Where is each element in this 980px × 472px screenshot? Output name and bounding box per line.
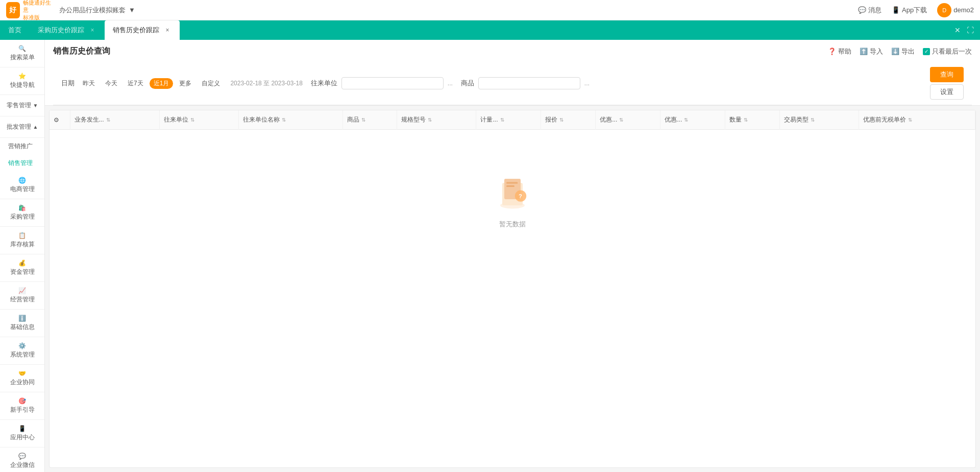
sidebar-item-enterprise-wechat[interactable]: 💬 企业微信 (0, 447, 44, 472)
sidebar-item-operation[interactable]: 📈 经营管理 (0, 282, 44, 310)
page-header: 销售历史价查询 ❓ 帮助 ⬆️ 导入 ⬇️ 导出 ✓ (45, 40, 980, 106)
counterpart-filter: 往来单位 ... (311, 77, 453, 89)
date-tab-custom[interactable]: 自定义 (198, 78, 224, 89)
star-icon: ⭐ (18, 73, 26, 80)
tab-close-purchase[interactable]: × (88, 26, 96, 34)
table-col-transaction-type[interactable]: 交易类型 ⇅ (780, 110, 859, 130)
app-icon: 📱 (18, 425, 26, 432)
sidebar-item-app-center[interactable]: 📱 应用中心 (0, 420, 44, 447)
data-table: ⚙ 业务发生... ⇅ 往来单位 ⇅ (50, 110, 975, 270)
product-dots[interactable]: ... (584, 80, 590, 87)
sidebar-item-enterprise-collab[interactable]: 🤝 企业协同 (0, 365, 44, 392)
svg-rect-4 (506, 185, 514, 187)
table-col-quoted-price[interactable]: 报价 ⇅ (541, 110, 596, 130)
checkbox-icon: ✓ (923, 48, 930, 55)
sort-icon-transaction-type: ⇅ (811, 117, 815, 123)
sidebar-sub-sales-mgmt[interactable]: 销售管理 (0, 155, 44, 172)
page-title-row: 销售历史价查询 ❓ 帮助 ⬆️ 导入 ⬇️ 导出 ✓ (53, 46, 972, 62)
close-tab-action[interactable]: ✕ (952, 24, 963, 36)
collab-icon: 🤝 (18, 370, 26, 377)
logo-text: 畅捷通好生意 标准版 (23, 0, 51, 21)
sidebar-item-ecommerce[interactable]: 🌐 电商管理 (0, 172, 44, 199)
table-col-biz-date[interactable]: 业务发生... ⇅ (70, 110, 159, 130)
export-button[interactable]: ⬇️ 导出 (891, 47, 915, 56)
empty-state: ? 暂无数据 (50, 130, 975, 270)
finance-icon: 💰 (18, 259, 26, 267)
product-input[interactable] (478, 77, 580, 89)
sort-icon-quantity: ⇅ (744, 117, 748, 123)
table-col-discount1[interactable]: 优惠... ⇅ (596, 110, 660, 130)
date-tab-yesterday[interactable]: 昨天 (79, 78, 99, 89)
sidebar-item-system[interactable]: ⚙️ 系统管理 (0, 337, 44, 365)
app-selector[interactable]: 办公用品行业模拟账套 ▼ (55, 4, 139, 17)
sidebar-item-finance[interactable]: 💰 资金管理 (0, 254, 44, 282)
settings-button[interactable]: 设置 (930, 84, 964, 100)
sidebar-item-wholesale[interactable]: 批发管理 ▲ (0, 116, 44, 138)
download-icon: 📱 (892, 6, 900, 14)
sidebar-item-search[interactable]: 🔍 搜索菜单 (0, 40, 44, 67)
tab-home[interactable]: 首页 (0, 20, 30, 40)
sidebar-item-retail[interactable]: 零售管理 ▼ (0, 95, 44, 116)
user-avatar[interactable]: D demo2 (937, 3, 974, 17)
empty-state-icon: ? (492, 171, 533, 211)
date-tab-today[interactable]: 今天 (101, 78, 121, 89)
query-button[interactable]: 查询 (930, 67, 964, 82)
sidebar-sub-marketing[interactable]: 营销推广 (0, 138, 44, 155)
svg-rect-3 (506, 182, 518, 183)
sidebar: 🔍 搜索菜单 ⭐ 快捷导航 零售管理 ▼ 批发管理 ▲ 营销推广 销售管理 🌐 … (0, 40, 45, 472)
app-download-button[interactable]: 📱 App下载 (892, 6, 927, 15)
sidebar-item-newbie[interactable]: 🎯 新手引导 (0, 392, 44, 420)
date-tab-1month[interactable]: 近1月 (150, 78, 174, 89)
table-header: ⚙ 业务发生... ⇅ 往来单位 ⇅ (50, 110, 975, 130)
counterpart-input[interactable] (341, 77, 444, 89)
table-col-counterpart-name[interactable]: 往来单位名称 ⇅ (239, 110, 343, 130)
gear-icon: ⚙️ (18, 342, 26, 349)
date-tab-7days[interactable]: 近7天 (124, 78, 148, 89)
tab-purchase-history[interactable]: 采购历史价跟踪 × (30, 20, 105, 40)
tab-close-sales[interactable]: × (163, 26, 172, 34)
date-range-display: 2023-02-18 至 2023-03-18 (230, 79, 302, 88)
export-icon: ⬇️ (891, 48, 899, 55)
purchase-icon: 🛍️ (18, 204, 26, 211)
table-col-product[interactable]: 商品 ⇅ (342, 110, 397, 130)
info-icon: ℹ️ (18, 315, 26, 322)
sort-icon-discount2: ⇅ (684, 117, 688, 123)
header-right: 💬 消息 📱 App下载 D demo2 (858, 3, 974, 17)
date-label: 日期 (61, 79, 75, 88)
maximize-tab-action[interactable]: ⛶ (965, 24, 976, 36)
wechat-icon: 💬 (18, 453, 26, 460)
table-col-settings[interactable]: ⚙ (50, 110, 70, 130)
sidebar-item-basic-info[interactable]: ℹ️ 基础信息 (0, 310, 44, 337)
sort-icon-spec: ⇅ (428, 117, 432, 123)
sidebar-item-quick-nav[interactable]: ⭐ 快捷导航 (0, 67, 44, 95)
guide-icon: 🎯 (18, 397, 26, 405)
table-col-spec[interactable]: 规格型号 ⇅ (397, 110, 476, 130)
sort-icon-discount1: ⇅ (619, 117, 623, 123)
table-col-counterpart-code[interactable]: 往来单位 ⇅ (159, 110, 238, 130)
message-button[interactable]: 💬 消息 (858, 6, 881, 15)
table-col-discount2[interactable]: 优惠... ⇅ (660, 110, 725, 130)
ecommerce-icon: 🌐 (18, 177, 26, 184)
table-col-quantity[interactable]: 数量 ⇅ (725, 110, 780, 130)
tab-sales-history[interactable]: 销售历史价跟踪 × (105, 20, 180, 40)
sort-icon-product: ⇅ (361, 117, 365, 123)
table-col-pre-tax-price[interactable]: 优惠前无税单价 ⇅ (859, 110, 975, 130)
logo-area: 好 畅捷通好生意 标准版 (6, 0, 51, 21)
only-last-checkbox[interactable]: ✓ 只看最后一次 (923, 47, 972, 56)
main-layout: 🔍 搜索菜单 ⭐ 快捷导航 零售管理 ▼ 批发管理 ▲ 营销推广 销售管理 🌐 … (0, 40, 980, 472)
import-button[interactable]: ⬆️ 导入 (860, 47, 883, 56)
import-icon: ⬆️ (860, 48, 868, 55)
inventory-icon: 📋 (18, 232, 26, 239)
message-icon: 💬 (858, 6, 866, 14)
chevron-up-icon: ▲ (33, 124, 38, 130)
sidebar-item-purchase[interactable]: 🛍️ 采购管理 (0, 199, 44, 227)
counterpart-dots[interactable]: ... (448, 80, 453, 87)
help-button[interactable]: ❓ 帮助 (828, 47, 851, 56)
sidebar-item-inventory[interactable]: 📋 库存核算 (0, 227, 44, 254)
table-col-unit[interactable]: 计量... ⇅ (476, 110, 541, 130)
logo-icon: 好 (6, 2, 20, 18)
search-icon: 🔍 (18, 45, 26, 52)
table-container: ⚙ 业务发生... ⇅ 往来单位 ⇅ (49, 110, 976, 468)
date-tab-more[interactable]: 更多 (175, 78, 195, 89)
chevron-right-icon: ▼ (33, 103, 38, 108)
